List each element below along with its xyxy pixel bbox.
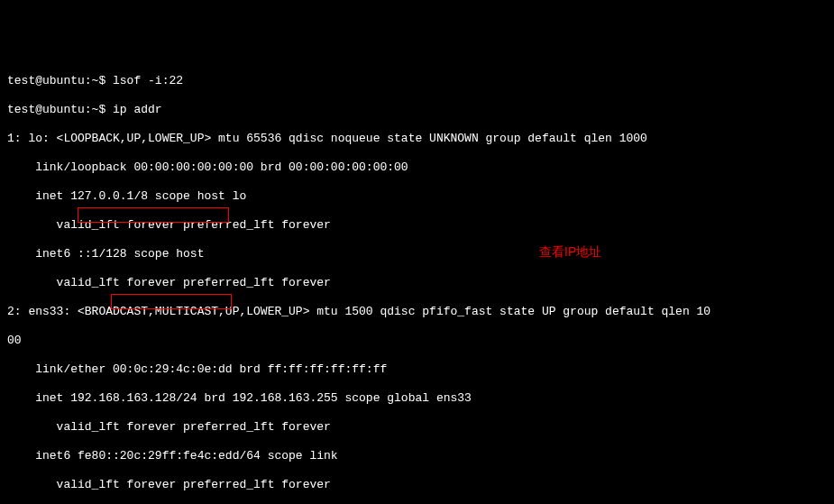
terminal-line: link/ether 00:0c:29:4c:0e:dd brd ff:ff:f…: [7, 362, 827, 377]
terminal-line: 2: ens33: <BROADCAST,MULTICAST,UP,LOWER_…: [7, 305, 827, 319]
terminal-line: inet 127.0.0.1/8 scope host lo: [7, 189, 827, 204]
terminal-line: valid_lft forever preferred_lft forever: [7, 420, 827, 435]
terminal-line: valid_lft forever preferred_lft forever: [7, 478, 827, 492]
terminal-line: valid_lft forever preferred_lft forever: [7, 276, 827, 290]
terminal-output[interactable]: test@ubuntu:~$ lsof -i:22 test@ubuntu:~$…: [7, 60, 827, 504]
terminal-line: valid_lft forever preferred_lft forever: [7, 218, 827, 233]
terminal-line: link/loopback 00:00:00:00:00:00 brd 00:0…: [7, 160, 827, 175]
terminal-line: inet6 ::1/128 scope host: [7, 247, 827, 261]
terminal-line: inet 192.168.163.128/24 brd 192.168.163.…: [7, 391, 827, 406]
terminal-line: test@ubuntu:~$ ip addr: [7, 103, 827, 117]
terminal-line: test@ubuntu:~$ lsof -i:22: [7, 74, 827, 88]
terminal-line: 1: lo: <LOOPBACK,UP,LOWER_UP> mtu 65536 …: [7, 132, 827, 146]
terminal-line: 00: [7, 334, 827, 348]
terminal-line: inet6 fe80::20c:29ff:fe4c:edd/64 scope l…: [7, 449, 827, 463]
